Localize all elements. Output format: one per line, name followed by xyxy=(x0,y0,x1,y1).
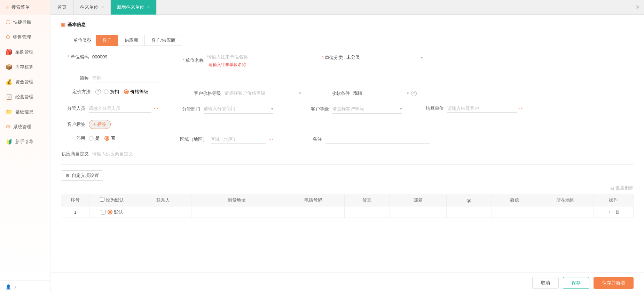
sidebar-item-inventory[interactable]: 📦 库存核算 xyxy=(0,59,50,74)
manager-field: 分管人员 ··· xyxy=(61,104,179,113)
customer-level-placeholder: 请选择客户等级 xyxy=(332,106,400,112)
custom-settings-button[interactable]: ⚙ 自定义项设置 xyxy=(61,170,103,181)
customer-price-level-field: 客户价格等级 请选择客户价格等级 ▾ xyxy=(193,89,325,98)
region-input[interactable] xyxy=(211,135,266,144)
region-cell-input[interactable] xyxy=(541,210,590,215)
department-label: 分管部门 xyxy=(179,106,204,112)
supplier-custom-input[interactable] xyxy=(92,150,162,158)
sidebar-item-guide[interactable]: 🔰 新手引导 xyxy=(0,134,50,149)
sidebar-item-basic-info[interactable]: 📁 基础信息 xyxy=(0,104,50,119)
close-tab-counterparty-icon[interactable]: ✕ xyxy=(101,5,104,9)
cell-wechat[interactable] xyxy=(492,206,537,218)
sidebar-item-purchase[interactable]: 🎒 采购管理 xyxy=(0,44,50,59)
col-default: 设为默认 xyxy=(89,194,135,206)
table-row: 1 默认 xyxy=(61,206,634,218)
settlement-more-icon[interactable]: ··· xyxy=(519,105,524,112)
close-tab-new-counterparty-icon[interactable]: ✕ xyxy=(147,5,150,9)
sidebar-item-operations[interactable]: 📋 经营管理 xyxy=(0,89,50,104)
sidebar-item-system[interactable]: ⚙ 系统管理 xyxy=(0,119,50,134)
batch-delete-label[interactable]: 批量删除 xyxy=(615,185,634,191)
add-row-icon[interactable]: ＋ xyxy=(607,209,612,214)
add-tag-button[interactable]: + 标签 xyxy=(89,120,111,129)
pricing-level-option[interactable]: 价格等级 xyxy=(124,89,148,95)
region-more-icon[interactable]: ··· xyxy=(268,136,273,143)
remark-input[interactable] xyxy=(325,135,430,144)
batch-delete-row: ⊟ 批量删除 xyxy=(61,185,634,191)
settlement-unit-input[interactable] xyxy=(447,104,517,113)
tab-counterparty[interactable]: 往来单位 ✕ xyxy=(74,0,111,15)
disabled-yes-option[interactable]: 是 xyxy=(89,135,100,141)
tab-new-counterparty[interactable]: 新增往来单位 ✕ xyxy=(111,0,157,15)
cell-address[interactable] xyxy=(191,206,282,218)
disabled-field: 停用 是 否 xyxy=(61,135,179,141)
customer-price-level-select[interactable]: 请选择客户价格等级 ▾ xyxy=(225,89,301,98)
phone-input[interactable] xyxy=(286,210,341,215)
qq-input[interactable] xyxy=(450,210,488,215)
form-row-1: 单位编码 单位名称 请输入往来单位名称 单位分类 未分类 ▾ xyxy=(61,53,634,68)
pricing-help-icon[interactable]: ? xyxy=(95,89,101,95)
address-input[interactable] xyxy=(195,210,278,215)
unit-code-input[interactable] xyxy=(92,53,162,61)
form-footer: 取消 保存 保存并新增 xyxy=(50,272,644,293)
sidebar-item-search[interactable]: ≡ 搜索菜单 xyxy=(0,0,50,15)
unit-btn-customer[interactable]: 客户 xyxy=(96,35,118,46)
system-icon: ⚙ xyxy=(6,123,10,130)
email-input[interactable] xyxy=(393,210,443,215)
unit-name-error: 请输入往来单位名称 xyxy=(207,62,266,68)
form-row-7: 供应商自定义 xyxy=(61,150,634,158)
manager-input[interactable] xyxy=(89,104,151,113)
payment-terms-field: 收款条件 现结 ▾ ? xyxy=(325,89,444,98)
sidebar-item-quick-nav[interactable]: ⬡ 快捷导航 xyxy=(0,15,50,30)
unit-btn-both[interactable]: 客户/供应商 xyxy=(145,35,182,46)
pricing-method-label: 定价方法 xyxy=(61,89,94,95)
guide-icon: 🔰 xyxy=(6,138,13,145)
sidebar-item-sales[interactable]: ⊙ 销售管理 xyxy=(0,30,50,44)
close-all-tabs-icon[interactable]: ✕ xyxy=(635,4,640,10)
cell-contact[interactable] xyxy=(135,206,191,218)
user-icon: 👤 xyxy=(6,284,11,290)
short-name-input[interactable] xyxy=(92,74,162,82)
sidebar-item-label: 经营管理 xyxy=(15,94,33,100)
customer-level-select[interactable]: 请选择客户等级 ▾ xyxy=(332,104,402,114)
finance-icon: 💰 xyxy=(6,79,13,85)
cell-email[interactable] xyxy=(390,206,447,218)
tab-new-counterparty-label: 新增往来单位 xyxy=(117,4,144,10)
wechat-input[interactable] xyxy=(495,210,533,215)
customer-level-field: 客户等级 请选择客户等级 ▾ xyxy=(305,104,423,114)
cancel-button[interactable]: 取消 xyxy=(532,277,559,289)
department-select[interactable]: 请输入分管部门 ▾ xyxy=(204,104,273,114)
fax-input[interactable] xyxy=(348,210,386,215)
col-seq: 序号 xyxy=(61,194,89,206)
contact-input[interactable] xyxy=(139,210,188,215)
customer-level-label: 客户等级 xyxy=(305,106,332,112)
contacts-table: 序号 设为默认 联系人 到货地址 电话号码 传真 邮箱 qq 微信 所在地区 操… xyxy=(61,194,634,218)
default-radio-option[interactable]: 默认 xyxy=(108,209,123,215)
sidebar-item-finance[interactable]: 💰 资金管理 xyxy=(0,74,50,89)
payment-help-icon[interactable]: ? xyxy=(411,91,417,96)
manager-more-icon[interactable]: ··· xyxy=(154,105,158,112)
select-all-checkbox[interactable] xyxy=(100,197,104,202)
tab-home[interactable]: 首页 xyxy=(50,0,74,15)
disabled-no-radio xyxy=(104,136,109,141)
unit-category-field: 单位分类 未分类 ▾ xyxy=(319,53,437,62)
sidebar-item-label: 采购管理 xyxy=(15,49,33,55)
cell-fax[interactable] xyxy=(344,206,390,218)
unit-btn-supplier[interactable]: 供应商 xyxy=(118,35,145,46)
unit-name-wrap: 请输入往来单位名称 xyxy=(207,53,266,68)
chevron-down-icon2: ▾ xyxy=(299,91,301,96)
pricing-discount-option[interactable]: 折扣 xyxy=(104,89,119,95)
chevron-down-icon4: ▾ xyxy=(271,107,273,111)
row-checkbox[interactable] xyxy=(101,210,105,214)
save-button[interactable]: 保存 xyxy=(563,277,589,289)
delete-row-icon[interactable]: 🗑 xyxy=(615,209,620,214)
cell-region[interactable] xyxy=(537,206,594,218)
save-and-new-button[interactable]: 保存并新增 xyxy=(594,277,634,289)
payment-terms-select[interactable]: 现结 ▾ xyxy=(353,89,409,98)
col-qq: qq xyxy=(446,194,492,206)
cell-qq[interactable] xyxy=(446,206,492,218)
unit-name-input[interactable] xyxy=(207,53,266,61)
cell-actions: ＋ 🗑 xyxy=(594,206,633,218)
unit-category-select[interactable]: 未分类 ▾ xyxy=(346,53,423,62)
disabled-no-option[interactable]: 否 xyxy=(104,135,115,141)
cell-phone[interactable] xyxy=(282,206,344,218)
